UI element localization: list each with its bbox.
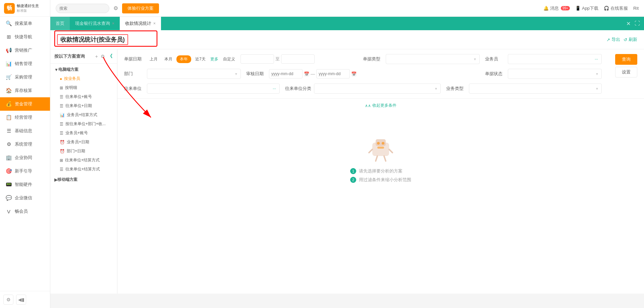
sidebar-item-search-menu[interactable]: 🔍 搜索菜单	[0, 17, 50, 30]
industry-btn[interactable]: 体验行业方案	[122, 3, 159, 13]
partner-cat-control[interactable]: ▼	[314, 84, 441, 94]
wechat-icon: 💬	[5, 195, 12, 201]
refresh-btn[interactable]: ↺ 刷新	[624, 37, 637, 43]
sidebar-item-quick-nav[interactable]: ⊞ 快捷导航	[0, 30, 50, 44]
search-input[interactable]	[56, 4, 109, 13]
tab-maximize-icon[interactable]: ⛶	[633, 19, 641, 28]
sidebar-label-search-menu: 搜索菜单	[15, 20, 32, 27]
partner-control[interactable]: ···	[147, 84, 280, 94]
date-start-input[interactable]: 2023-01-01	[240, 54, 274, 64]
sidebar-label-purchase: 采购管理	[15, 74, 32, 80]
doc-status-label: 单据状态	[485, 71, 505, 77]
sidebar-item-system[interactable]: ⚙ 系统管理	[0, 138, 50, 151]
sidebar-item-guide[interactable]: 🎯 新手引导	[0, 164, 50, 178]
partner-more-icon[interactable]: ···	[273, 86, 276, 91]
sidebar-footer: ⚙ ◀▮	[0, 291, 50, 308]
message-label: 消息	[550, 5, 559, 11]
inventory-icon: 🏠	[5, 87, 12, 94]
date-separator: 至	[275, 56, 280, 62]
topbar-gear-icon[interactable]: ⚙	[113, 5, 118, 11]
app-download-btn[interactable]: 📱 App下载	[575, 5, 598, 11]
shortcut-more[interactable]: 更多	[210, 56, 218, 62]
enterprise-icon: 🏢	[5, 154, 12, 161]
review-date-label: 审核日期	[246, 71, 266, 77]
sidebar-collapse-btn[interactable]: ◀▮	[16, 295, 26, 305]
sidebar-item-sales[interactable]: 📊 销售管理	[0, 57, 50, 70]
logo-icon: 畅	[4, 3, 15, 14]
doctype-control[interactable]: ▼	[386, 54, 480, 64]
tree-node-salesman-account[interactable]: ☰ 业务员+账号	[56, 129, 117, 138]
sidebar-item-inventory[interactable]: 🏠 库存核算	[0, 84, 50, 97]
shortcut-last-7[interactable]: 近7天	[193, 55, 208, 63]
sidebar-item-wechat[interactable]: 💬 企业微信	[0, 191, 50, 205]
tree-node-by-salesman[interactable]: ● 按业务员	[56, 74, 117, 83]
panel-add-btn[interactable]: +	[95, 53, 99, 60]
sidebar-settings-btn[interactable]: ⚙	[3, 295, 13, 305]
left-panel: 按以下方案查询 + ⚙ 《 ▼ 电脑端方案 ● 按业	[50, 49, 117, 294]
tree-node-unit-date[interactable]: ☰ 往来单位+日期	[56, 101, 117, 110]
doc-status-control[interactable]: ▼	[508, 69, 602, 79]
user-avatar[interactable]: Rit	[633, 6, 639, 11]
tree-mobile-header[interactable]: ▶ 移动端方案	[50, 175, 117, 184]
logo-text-block: 畅捷通好生意 标准版	[17, 3, 39, 13]
step2-num: 2	[350, 177, 356, 183]
tree-node-unit-settle2-label: 往来单位+结算方式	[65, 166, 100, 172]
review-date-start[interactable]	[269, 69, 303, 79]
sidebar-item-enterprise[interactable]: 🏢 企业协同	[0, 151, 50, 164]
sidebar-item-hardware[interactable]: 📟 智能硬件	[0, 178, 50, 191]
tree-desktop-header[interactable]: ▼ 电脑端方案	[50, 65, 117, 74]
tab-home[interactable]: 首页	[50, 17, 70, 30]
tab-collection-stats-label: 收款情况统计	[125, 20, 151, 27]
sidebar-item-purchase[interactable]: 🛒 采购管理	[0, 70, 50, 84]
review-date-end[interactable]	[316, 69, 350, 79]
sidebar-item-basic[interactable]: ☰ 基础信息	[0, 124, 50, 138]
sidebar-item-member[interactable]: V 畅会员	[0, 205, 50, 218]
collapse-btn[interactable]: ∧∧ 收起更多条件	[365, 103, 396, 108]
tree-node-by-detail[interactable]: ⊞ 按明细	[56, 83, 117, 92]
topbar-actions: 🔔 消息 99+ 📱 App下载 🎧 在线客服 Rit	[543, 5, 639, 11]
tab-bank-flow[interactable]: 现金银行流水查询 ×	[70, 17, 120, 30]
review-date-end-calendar-icon[interactable]: 📅	[351, 71, 357, 76]
biz-type-control[interactable]: ▼	[469, 84, 602, 94]
tab-bank-flow-close[interactable]: ×	[112, 21, 114, 26]
basic-icon: ☰	[5, 127, 12, 134]
tab-collection-stats-close[interactable]: ×	[153, 21, 156, 26]
query-btn[interactable]: 查询	[615, 54, 637, 65]
tree-node-unit-dept[interactable]: ☰ 按往来单位+部门+收...	[56, 119, 117, 129]
tree-node-salesman-settle[interactable]: 📊 业务员+结算方式	[56, 110, 117, 119]
export-btn[interactable]: ↗ 导出	[606, 37, 620, 43]
panel-collapse-btn[interactable]: 《	[107, 53, 113, 60]
unit-settle2-node-icon: ☰	[60, 167, 63, 172]
dept-control[interactable]: ▼	[147, 69, 241, 79]
shortcut-custom[interactable]: 自定义	[220, 55, 238, 63]
dept-date-node-icon: ⏰	[60, 149, 65, 154]
sidebar-label-guide: 新手引导	[15, 168, 32, 174]
date-end-input[interactable]: 2023-12-31	[281, 54, 315, 64]
message-btn[interactable]: 🔔 消息 99+	[543, 5, 570, 11]
date-shortcuts: 上月 本月 本年 近7天 更多 自定义	[147, 55, 238, 63]
panel-settings-btn[interactable]: ⚙	[100, 53, 106, 60]
tree-node-salesman-date[interactable]: ⏰ 业务员+日期	[56, 138, 117, 147]
tree-node-unit-settle1[interactable]: ⊞ 往来单位+结算方式	[56, 156, 117, 165]
sidebar-item-finance[interactable]: 💰 资金管理	[0, 97, 50, 111]
salesman-more-icon[interactable]: ···	[595, 57, 598, 61]
salesman-control[interactable]: ···	[508, 54, 602, 64]
filter-form: 单据日期 上月 本月 本年 近7天 更多 自定义	[117, 49, 644, 99]
tree-node-unit-settle2[interactable]: ☰ 往来单位+结算方式	[56, 165, 117, 174]
shortcut-this-year[interactable]: 本年	[176, 55, 191, 63]
settings-btn[interactable]: 设置	[615, 67, 637, 78]
online-service-btn[interactable]: 🎧 在线客服	[604, 5, 628, 11]
shortcut-last-month[interactable]: 上月	[147, 55, 160, 63]
tab-bank-flow-label: 现金银行流水查询	[75, 20, 110, 27]
shortcut-this-month[interactable]: 本月	[162, 55, 175, 63]
sidebar-item-marketing[interactable]: 📢 营销推广	[0, 44, 50, 57]
svg-rect-4	[377, 147, 384, 149]
tree-node-detail-label: 按明细	[65, 85, 77, 91]
mobile-section-label: 移动端方案	[57, 177, 77, 183]
review-date-start-calendar-icon[interactable]: 📅	[304, 71, 309, 76]
tree-node-dept-date[interactable]: ⏰ 部门+日期	[56, 147, 117, 156]
tree-node-unit-account[interactable]: ☰ 往来单位+账号	[56, 92, 117, 101]
sidebar-item-operation[interactable]: 📋 经营管理	[0, 111, 50, 124]
tab-close-window-icon[interactable]: ✕	[625, 19, 632, 28]
tab-collection-stats[interactable]: 收款情况统计 ×	[120, 17, 161, 30]
